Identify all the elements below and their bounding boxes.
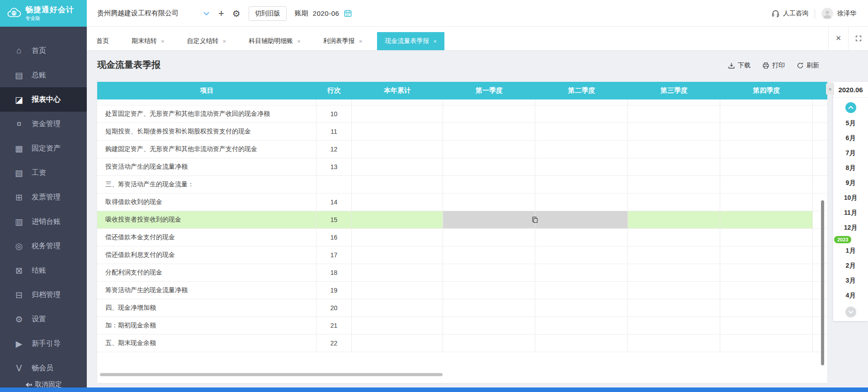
month-item-2月[interactable]: 2月 (846, 258, 856, 273)
tab-利润表季报[interactable]: 利润表季报× (316, 32, 370, 50)
sidebar-item-archive[interactable]: ⊟归档管理 (0, 283, 87, 307)
tab-close-icon[interactable]: × (223, 38, 226, 45)
value-cell[interactable] (535, 335, 628, 352)
value-cell[interactable] (535, 211, 628, 228)
table-row[interactable]: 偿还借款利息支付的现金17 (97, 246, 827, 264)
value-cell[interactable] (352, 141, 443, 158)
value-cell[interactable] (720, 99, 813, 105)
print-button[interactable]: 打印 (762, 61, 785, 70)
tab-close-icon[interactable]: × (297, 38, 301, 45)
month-item-7月[interactable]: 7月 (846, 146, 856, 161)
value-cell[interactable] (352, 246, 443, 264)
value-cell[interactable] (628, 229, 720, 246)
month-item-12月[interactable]: 12月 (844, 220, 858, 235)
value-cell[interactable] (720, 158, 813, 175)
value-cell[interactable] (443, 105, 535, 123)
table-row[interactable]: 购建固定资产、无形资产和其他非流动资产支付的现金12 (97, 141, 827, 158)
sidebar-item-member[interactable]: Ⅴ畅会员 (0, 356, 87, 380)
value-cell[interactable] (720, 264, 813, 281)
value-cell[interactable] (352, 211, 443, 228)
value-cell[interactable] (720, 335, 813, 352)
value-cell[interactable] (720, 194, 813, 211)
value-cell[interactable] (628, 105, 720, 123)
value-cell[interactable] (443, 246, 535, 264)
month-item-11月[interactable]: 11月 (844, 205, 857, 220)
value-cell[interactable] (443, 99, 535, 105)
table-row[interactable]: 吸收投资者投资收到的现金15 (97, 211, 827, 229)
value-cell[interactable] (720, 317, 813, 334)
value-cell[interactable] (443, 282, 535, 299)
value-cell[interactable] (628, 176, 720, 193)
value-cell[interactable] (352, 282, 443, 299)
value-cell[interactable] (535, 282, 628, 299)
value-cell[interactable] (628, 123, 720, 140)
value-cell[interactable] (535, 264, 628, 281)
value-cell[interactable] (443, 264, 535, 281)
month-item-4月[interactable]: 4月 (846, 288, 856, 303)
value-cell[interactable] (535, 299, 628, 316)
sidebar-item-payroll[interactable]: ▧工资 (0, 161, 87, 185)
value-cell[interactable] (720, 123, 813, 140)
close-tab-button[interactable]: × (828, 26, 848, 50)
value-cell[interactable] (352, 317, 443, 334)
value-cell[interactable] (535, 99, 628, 105)
sidebar-item-tax[interactable]: ◎税务管理 (0, 234, 87, 258)
user-menu[interactable]: 徐泽华 (821, 8, 856, 19)
value-cell[interactable] (628, 282, 720, 299)
value-cell[interactable] (352, 176, 443, 193)
value-cell[interactable] (628, 194, 720, 211)
tab-首页[interactable]: 首页 (89, 32, 117, 50)
value-cell[interactable] (535, 246, 628, 264)
value-cell[interactable] (628, 264, 720, 281)
calendar-icon[interactable] (344, 9, 352, 18)
tab-close-icon[interactable]: × (359, 38, 363, 45)
value-cell[interactable] (352, 123, 443, 140)
value-cell[interactable] (443, 123, 535, 140)
value-cell[interactable] (352, 229, 443, 246)
download-button[interactable]: 下载 (728, 61, 750, 70)
refresh-button[interactable]: 刷新 (797, 61, 819, 70)
value-cell[interactable] (720, 299, 813, 316)
value-cell[interactable] (535, 176, 628, 193)
month-item-3月[interactable]: 3月 (846, 273, 856, 288)
value-cell[interactable] (352, 194, 443, 211)
company-selector[interactable]: 贵州腾越建设工程有限公司 (97, 9, 210, 18)
value-cell[interactable] (628, 211, 720, 228)
table-row[interactable]: 取得借款收到的现金14 (97, 194, 827, 211)
value-cell[interactable] (352, 158, 443, 175)
table-row[interactable]: 短期投资、长期债券投资和长期股权投资支付的现金11 (97, 123, 827, 141)
value-cell[interactable] (352, 105, 443, 123)
value-cell[interactable] (443, 229, 535, 246)
month-panel-collapse-tab[interactable]: » (826, 83, 834, 95)
sidebar-item-ledger[interactable]: ▤总账 (0, 63, 87, 87)
horizontal-scrollbar-thumb[interactable] (100, 373, 443, 376)
sidebar-item-home[interactable]: ⌂首页 (0, 38, 87, 63)
value-cell[interactable] (628, 158, 720, 175)
value-cell[interactable] (535, 105, 628, 123)
tab-科目辅助明细账[interactable]: 科目辅助明细账× (241, 32, 308, 50)
value-cell[interactable] (535, 317, 628, 334)
sidebar-item-reports[interactable]: ◪报表中心 (0, 87, 87, 112)
value-cell[interactable] (628, 99, 720, 105)
tab-close-icon[interactable]: × (433, 38, 437, 45)
month-item-6月[interactable]: 6月 (846, 131, 856, 146)
value-cell[interactable] (443, 158, 535, 175)
switch-old-version-button[interactable]: 切到旧版 (249, 6, 287, 21)
value-cell[interactable] (535, 141, 628, 158)
value-cell[interactable] (443, 211, 535, 228)
scroll-months-up-button[interactable] (845, 102, 856, 113)
tab-close-icon[interactable]: × (161, 38, 165, 45)
table-row[interactable]: 处置固定资产、无形资产和其他非流动资产收回的现金净额10 (97, 105, 827, 123)
table-row[interactable]: 偿还借款本金支付的现金16 (97, 229, 827, 246)
sidebar-item-closing[interactable]: ⊠结账 (0, 258, 87, 283)
value-cell[interactable] (628, 317, 720, 334)
table-row[interactable]: 四、现金净增加额20 (97, 299, 827, 317)
value-cell[interactable] (720, 176, 813, 193)
table-row[interactable]: 加：期初现金余额21 (97, 317, 827, 335)
settings-gear-icon[interactable]: ⚙ (232, 9, 241, 18)
month-item-1月[interactable]: 1月 (846, 243, 856, 258)
vertical-scrollbar-thumb[interactable] (821, 200, 824, 365)
value-cell[interactable] (535, 229, 628, 246)
value-cell[interactable] (720, 105, 813, 123)
sidebar-item-assets[interactable]: ▦固定资产 (0, 136, 87, 161)
